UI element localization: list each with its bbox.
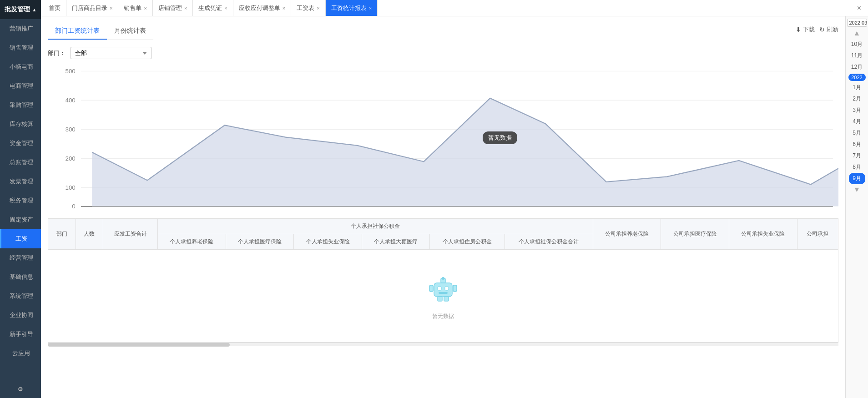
sidebar-settings-button[interactable]: ⚙ — [0, 380, 41, 398]
timeline-year-2022[interactable]: 2022 — [848, 74, 866, 81]
svg-text:100: 100 — [65, 184, 75, 191]
empty-robot-icon — [425, 272, 461, 308]
refresh-button[interactable]: ↻ 刷新 — [819, 25, 838, 34]
empty-state: 暂无数据 — [54, 253, 833, 338]
timeline-nav-down[interactable]: ▼ — [852, 184, 862, 195]
dept-filter-label: 部门： — [48, 49, 66, 57]
tab-close-icon[interactable]: × — [317, 5, 319, 11]
tab-payroll[interactable]: 工资表 × — [291, 0, 325, 16]
data-table: 部门 人数 应发工资合计 个人承担社保公积金 公司承担养老保险 公司承担医疗保险… — [48, 218, 838, 343]
tab-close-icon[interactable]: × — [110, 5, 112, 11]
col-personal-pension: 个人承担养老保险 — [158, 234, 226, 250]
sidebar-item-finance[interactable]: 资金管理 — [0, 134, 41, 153]
timeline-month-3[interactable]: 3月 — [846, 105, 868, 116]
tab-label: 工资表 — [297, 4, 314, 12]
download-label: 下载 — [803, 25, 815, 34]
sidebar-expand-icon[interactable]: ▲ — [32, 7, 37, 12]
col-company-medical: 公司承担医疗保险 — [661, 219, 729, 250]
sidebar-item-cloud[interactable]: 云应用 — [0, 344, 41, 363]
sidebar-item-system[interactable]: 系统管理 — [0, 287, 41, 306]
sidebar-item-guide[interactable]: 新手引导 — [0, 325, 41, 344]
sidebar-item-sales[interactable]: 销售管理 — [0, 38, 41, 57]
tab-close-icon[interactable]: × — [144, 5, 146, 11]
tab-sales-order[interactable]: 销售单 × — [118, 0, 152, 16]
sidebar-item-operations[interactable]: 经营管理 — [0, 248, 41, 267]
sidebar-item-marketing[interactable]: 营销推广 — [0, 19, 41, 38]
sidebar-item-label: 云应用 — [12, 350, 30, 357]
main-area: 首页 门店商品目录 × 销售单 × 店铺管理 × 生成凭证 × 应收应付调整单 … — [41, 0, 868, 398]
col-personal-unemployment: 个人承担失业保险 — [294, 234, 362, 250]
timeline-month-12[interactable]: 12月 — [846, 61, 868, 73]
tab-home[interactable]: 首页 — [43, 0, 66, 16]
tab-close-icon[interactable]: × — [369, 5, 372, 11]
timeline-month-5[interactable]: 5月 — [846, 127, 868, 139]
tab-store-catalog[interactable]: 门店商品目录 × — [66, 0, 118, 16]
sidebar-item-label: 税务管理 — [10, 197, 33, 204]
sub-tab-label: 部门工资统计表 — [55, 27, 100, 34]
sub-tab-dept[interactable]: 部门工资统计表 — [48, 23, 107, 40]
sidebar-item-label: 库存核算 — [10, 121, 33, 127]
tab-label: 首页 — [49, 4, 61, 12]
timeline-year-badge: 2022.09 — [847, 19, 867, 27]
tab-label: 门店商品目录 — [72, 4, 107, 12]
svg-text:500: 500 — [65, 68, 75, 75]
sidebar-item-tax[interactable]: 税务管理 — [0, 191, 41, 210]
timeline-month-6[interactable]: 6月 — [846, 139, 868, 150]
col-personal-medical: 个人承担医疗保险 — [226, 234, 294, 250]
sidebar-header: 批发管理 ▲ — [0, 0, 41, 19]
sidebar-item-assets[interactable]: 固定资产 — [0, 210, 41, 229]
dept-filter-select[interactable]: 全部 — [70, 47, 152, 59]
tab-close-icon[interactable]: × — [224, 5, 227, 11]
empty-text: 暂无数据 — [432, 312, 454, 320]
tab-close-icon[interactable]: × — [184, 5, 187, 11]
timeline-month-11[interactable]: 11月 — [846, 50, 868, 61]
download-button[interactable]: ⬇ 下载 — [796, 25, 815, 34]
tab-close-all-button[interactable]: × — [853, 4, 866, 12]
sidebar-item-label: 小畅电商 — [10, 63, 33, 70]
table-wrapper: 部门 人数 应发工资合计 个人承担社保公积金 公司承担养老保险 公司承担医疗保险… — [48, 218, 838, 343]
svg-rect-13 — [434, 283, 452, 297]
chart-svg: 500 400 300 200 100 0 — [48, 66, 838, 212]
timeline-month-2[interactable]: 2月 — [846, 93, 868, 105]
timeline-month-7[interactable]: 7月 — [846, 150, 868, 161]
scrollbar-thumb[interactable] — [48, 343, 230, 347]
sidebar-item-label: 固定资产 — [10, 216, 33, 223]
sub-tab-month[interactable]: 月份统计表 — [107, 23, 153, 40]
sidebar-item-collab[interactable]: 企业协同 — [0, 306, 41, 325]
timeline-nav-up[interactable]: ▲ — [852, 28, 862, 39]
col-count: 人数 — [76, 219, 103, 250]
sidebar-title: 批发管理 — [5, 5, 30, 14]
svg-rect-17 — [429, 285, 433, 292]
sidebar-item-purchase[interactable]: 采购管理 — [0, 96, 41, 115]
timeline-month-4[interactable]: 4月 — [846, 116, 868, 127]
sidebar-item-label: 新手引导 — [10, 331, 33, 338]
svg-rect-18 — [453, 285, 457, 292]
bottom-scrollbar[interactable] — [48, 343, 838, 346]
tab-payroll-report[interactable]: 工资统计报表 × — [326, 0, 378, 16]
tab-ar-ap[interactable]: 应收应付调整单 × — [233, 0, 291, 16]
tab-label: 应收应付调整单 — [239, 4, 280, 12]
sub-tab-label: 月份统计表 — [114, 27, 146, 34]
tab-close-icon[interactable]: × — [283, 5, 285, 11]
sub-tabs: 部门工资统计表 月份统计表 — [48, 23, 153, 40]
sidebar-item-ecommerce-small[interactable]: 小畅电商 — [0, 57, 41, 76]
sidebar-item-basic-info[interactable]: 基础信息 — [0, 267, 41, 287]
sidebar-item-label: 总账管理 — [10, 159, 33, 166]
sidebar-item-payroll[interactable]: 工资 — [0, 229, 41, 248]
sidebar-item-inventory[interactable]: 库存核算 — [0, 115, 41, 134]
sidebar-item-label: 基础信息 — [10, 273, 33, 280]
timeline-month-8[interactable]: 8月 — [846, 161, 868, 173]
sidebar-item-ecommerce[interactable]: 电商管理 — [0, 76, 41, 96]
tab-store-mgmt[interactable]: 店铺管理 × — [153, 0, 193, 16]
tab-generate-voucher[interactable]: 生成凭证 × — [193, 0, 233, 16]
col-total-wage: 应发工资合计 — [103, 219, 158, 250]
sidebar-item-label: 工资 — [15, 235, 27, 242]
timeline-month-1[interactable]: 1月 — [846, 82, 868, 93]
sidebar-item-invoice[interactable]: 发票管理 — [0, 172, 41, 191]
sidebar-item-ledger[interactable]: 总账管理 — [0, 153, 41, 172]
timeline-month-9-active[interactable]: 9月 — [849, 173, 865, 184]
content-area: 部门工资统计表 月份统计表 ⬇ 下载 ↻ 刷新 — [41, 16, 868, 398]
timeline-month-10[interactable]: 10月 — [846, 39, 868, 50]
sidebar: 批发管理 ▲ 营销推广 销售管理 小畅电商 电商管理 采购管理 库存核算 资金管… — [0, 0, 41, 398]
svg-point-22 — [442, 277, 444, 280]
